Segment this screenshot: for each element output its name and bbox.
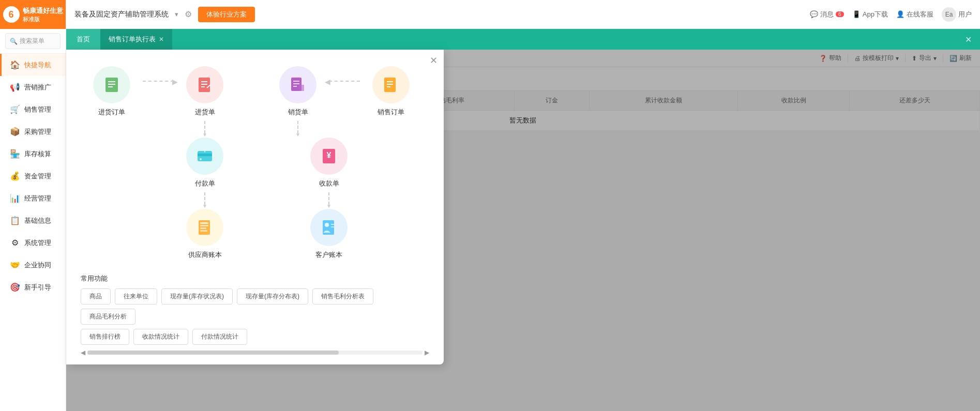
inventory-icon: 🏪 <box>10 149 20 159</box>
sidebar-item-purchase[interactable]: 📦 采购管理 <box>0 120 66 143</box>
customer-account-node: 客户账本 <box>298 209 360 260</box>
sidebar-item-label: 经营管理 <box>24 194 51 203</box>
system-icon: ⚙ <box>10 238 20 248</box>
func-btn-sales-margin[interactable]: 销售毛利分析表 <box>312 288 373 305</box>
sidebar: 6 畅康通好生意 标准版 🔍 搜索菜单 🏠 快捷导航 📢 营销推广 🛒 销售管理… <box>0 0 66 411</box>
func-btn-product-margin[interactable]: 商品毛利分析 <box>81 309 135 325</box>
app-icon: 📱 <box>852 10 861 18</box>
sidebar-item-label: 新手引导 <box>24 283 51 292</box>
app-subtitle: 标准版 <box>23 16 63 23</box>
flow-row-1: 进货订单 ▶ <box>81 62 429 121</box>
svg-rect-18 <box>198 154 212 156</box>
sidebar-item-newbie[interactable]: 🎯 新手引导 <box>0 276 66 298</box>
online-service-item[interactable]: 👤 在线客服 <box>896 10 933 19</box>
guide-overlay: ✕ 进货订单 <box>66 50 980 411</box>
scrollbar-left-arrow[interactable]: ◀ <box>81 349 85 356</box>
flow-row-3: 供应商账本 客户账本 <box>81 205 429 264</box>
purchase-bill-circle[interactable] <box>186 66 223 103</box>
tabbar: 首页 销售订单执行表 ✕ ✕ <box>66 29 980 50</box>
purchase-bill-label: 进货单 <box>195 108 215 117</box>
sales-bill-label: 销货单 <box>288 108 308 117</box>
scrollbar-track[interactable] <box>87 351 423 355</box>
supplier-account-label: 供应商账本 <box>188 250 222 260</box>
func-btn-product[interactable]: 商品 <box>81 288 111 305</box>
purchase-order-label: 进货订单 <box>98 108 125 117</box>
sidebar-item-operation[interactable]: 📊 经营管理 <box>0 187 66 209</box>
func-btn-stock-status[interactable]: 现存量(库存状况表) <box>161 288 233 305</box>
service-icon: 👤 <box>896 10 904 18</box>
guide-scrollbar: ◀ ▶ <box>81 349 429 356</box>
topbar-right: 💬 消息 6 📱 App下载 👤 在线客服 Ea 用户 <box>810 7 972 22</box>
basic-icon: 📋 <box>10 216 20 225</box>
sales-bill-circle[interactable] <box>279 66 316 103</box>
receipt-bill-circle[interactable]: ¥ <box>310 138 348 175</box>
guide-panel: ✕ 进货订单 <box>66 50 444 364</box>
guide-close-button[interactable]: ✕ <box>430 56 438 65</box>
dropdown-arrow[interactable]: ▾ <box>175 10 178 18</box>
sidebar-item-marketing[interactable]: 📢 营销推广 <box>0 76 66 98</box>
sidebar-item-inventory[interactable]: 🏪 库存核算 <box>0 143 66 165</box>
purchase-order-circle[interactable] <box>93 66 130 103</box>
receipt-bill-label: 收款单 <box>319 179 339 188</box>
flow-row-2: ¥ 付款单 ¥ 收款单 <box>81 133 429 192</box>
tab-home[interactable]: 首页 <box>66 29 100 50</box>
sidebar-item-quick-nav[interactable]: 🏠 快捷导航 <box>0 54 66 76</box>
sidebar-item-basic[interactable]: 📋 基础信息 <box>0 209 66 232</box>
svg-point-29 <box>325 223 329 227</box>
arrow-down-payment: ▼ <box>174 192 236 205</box>
message-item[interactable]: 💬 消息 6 <box>810 10 844 19</box>
func-btn-sales-ranking[interactable]: 销售排行榜 <box>81 329 129 345</box>
supplier-account-circle[interactable] <box>186 209 223 246</box>
func-btn-payment-stats[interactable]: 付款情况统计 <box>192 329 247 345</box>
sidebar-item-label: 营销推广 <box>24 83 51 92</box>
payment-bill-label: 付款单 <box>195 179 215 188</box>
tab-close-icon[interactable]: ✕ <box>159 36 164 43</box>
online-service-label: 在线客服 <box>907 10 933 19</box>
sidebar-item-label: 采购管理 <box>24 127 51 136</box>
arrow-down-purchase: ▼ <box>174 121 236 133</box>
sales-order-circle[interactable] <box>372 66 410 103</box>
user-name: 用户 <box>958 10 972 19</box>
tab-sales-label: 销售订单执行表 <box>109 35 156 44</box>
tab-sales-order[interactable]: 销售订单执行表 ✕ <box>100 29 172 50</box>
common-functions: 常用功能 商品 往来单位 现存量(库存状况表) 现存量(库存分布表) 销售毛利分… <box>81 274 429 345</box>
quick-nav-icon: 🏠 <box>10 60 20 70</box>
logo-icon: 6 <box>3 6 20 23</box>
purchase-bill-node: 进货单 <box>174 66 236 117</box>
arrow-purchase-to-bill: ▶ <box>143 81 174 102</box>
scrollbar-right-arrow[interactable]: ▶ <box>425 349 429 356</box>
svg-rect-25 <box>200 225 208 226</box>
svg-point-19 <box>200 158 202 160</box>
sidebar-item-system[interactable]: ⚙ 系统管理 <box>0 232 66 254</box>
app-logo: 6 畅康通好生意 标准版 <box>0 0 66 29</box>
payment-bill-circle[interactable]: ¥ <box>186 138 223 175</box>
func-btn-partners[interactable]: 往来单位 <box>115 288 157 305</box>
common-title: 常用功能 <box>81 274 429 283</box>
avatar: Ea <box>942 7 956 22</box>
newbie-icon: 🎯 <box>10 282 20 292</box>
sidebar-item-finance[interactable]: 💰 资金管理 <box>0 165 66 187</box>
app-download-item[interactable]: 📱 App下载 <box>852 10 888 19</box>
user-item[interactable]: Ea 用户 <box>942 7 972 22</box>
customer-account-label: 客户账本 <box>315 250 342 260</box>
search-menu-button[interactable]: 🔍 搜索菜单 <box>5 33 61 49</box>
func-buttons-row-1: 商品 往来单位 现存量(库存状况表) 现存量(库存分布表) 销售毛利分析表 商品… <box>81 288 429 325</box>
sidebar-item-sales[interactable]: 🛒 销售管理 <box>0 98 66 120</box>
sidebar-item-label: 基础信息 <box>24 216 51 225</box>
sidebar-item-label: 系统管理 <box>24 238 51 248</box>
customer-account-circle[interactable] <box>310 209 348 246</box>
sidebar-search: 🔍 搜索菜单 <box>0 29 66 54</box>
flow-diagram: 进货订单 ▶ <box>81 62 429 264</box>
func-btn-stock-dist[interactable]: 现存量(库存分布表) <box>237 288 308 305</box>
func-btn-receipt-stats[interactable]: 收款情况统计 <box>133 329 188 345</box>
cooperation-icon: 🤝 <box>10 260 20 270</box>
scrollbar-thumb <box>87 351 339 355</box>
sidebar-item-label: 销售管理 <box>24 105 51 114</box>
arrow-down-receipt: ▼ <box>298 192 360 205</box>
marketing-icon: 📢 <box>10 82 20 92</box>
close-all-tabs-button[interactable]: ✕ <box>957 29 980 50</box>
settings-icon[interactable]: ⚙ <box>185 9 192 19</box>
message-badge: 6 <box>836 11 844 17</box>
sidebar-item-cooperation[interactable]: 🤝 企业协同 <box>0 254 66 276</box>
demo-button[interactable]: 体验行业方案 <box>198 7 255 22</box>
